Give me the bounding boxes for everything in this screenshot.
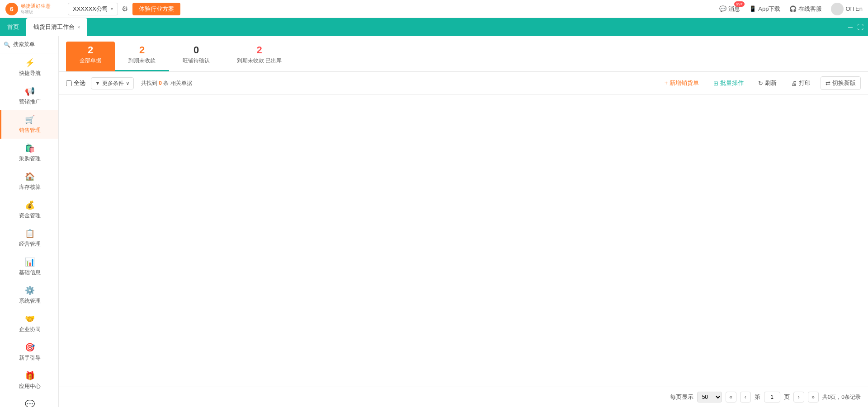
tab-work-station-label: 钱货日清工作台 [33,23,75,31]
basics-icon: 📊 [25,257,35,267]
sidebar-item-system[interactable]: ⚙️ 系统管理 [0,281,58,309]
username: OfTEn [845,5,863,12]
chevron-down-icon: ▾ [111,6,113,11]
company-selector[interactable]: XXXXXX公司 ▾ [68,3,118,15]
stat-label-all: 全部单据 [80,57,101,65]
tab-work-station[interactable]: 钱货日清工作台 × [26,18,87,36]
sidebar-item-label: 经营管理 [19,240,41,248]
tab-close-icon[interactable]: × [77,24,80,30]
sidebar-item-guide[interactable]: 🎯 新手引导 [0,338,58,366]
sidebar-item-cooperation[interactable]: 🤝 企业协同 [0,309,58,338]
page-first-button[interactable]: « [726,392,736,402]
filter-icon: ▼ [95,80,100,86]
sidebar-item-marketing[interactable]: 📢 营销推广 [0,82,58,110]
sidebar-item-finance[interactable]: 💰 资金管理 [0,196,58,224]
guide-icon: 🎯 [25,342,35,352]
purchase-icon: 🛍️ [25,143,35,153]
switch-version-label: 切换新版 [832,79,856,87]
finance-icon: 💰 [25,200,35,210]
filter-button[interactable]: ▼ 更多条件 ∨ [91,77,134,89]
stat-tab-overdue[interactable]: 2 到期未收款 [115,42,169,71]
switch-icon: ⇄ [826,80,830,87]
per-page-select[interactable]: 50 10 20 100 [697,392,722,402]
sidebar-search-label: 搜索菜单 [13,41,35,48]
sidebar-item-label: 快捷导航 [19,70,41,77]
table-area [59,95,868,387]
content-area: 2 全部单据 2 到期未收款 0 旺铺待确认 2 到期未收款 已出库 全选 [59,36,868,407]
select-all-label: 全选 [74,79,85,87]
main-layout: 🔍 搜索菜单 ⚡ 快捷导航 📢 营销推广 🛒 销售管理 🛍️ 采购管理 🏠 库存… [0,36,868,407]
found-text: 共找到 0 条 相关单据 [141,80,192,87]
tab-home[interactable]: 首页 [0,18,26,36]
stat-tab-unshipped[interactable]: 2 到期未收款 已出库 [223,42,295,71]
top-header: 6 畅捷通好生意 标准版 XXXXXX公司 ▾ ⚙ 体验行业方案 💬 消息 99… [0,0,868,18]
print-label: 打印 [799,79,811,87]
page-end-label: 页 [784,393,790,401]
avatar-area[interactable]: OfTEn [831,3,863,15]
refresh-icon: ↻ [758,80,763,87]
sidebar-item-label: 基础信息 [19,269,41,276]
stat-label-overdue: 到期未收款 [128,57,156,65]
page-last-button[interactable]: » [808,392,819,402]
sidebar-item-label: 应用中心 [19,383,41,390]
select-all-area[interactable]: 全选 [66,79,85,87]
message-icon: 💬 [719,5,726,12]
logo-area: 6 畅捷通好生意 标准版 [5,3,64,15]
sidebar-item-operations[interactable]: 📋 经营管理 [0,224,58,253]
page-input[interactable] [764,392,780,402]
sidebar-item-label: 企业协同 [19,326,41,333]
refresh-button[interactable]: ↻ 刷新 [754,77,781,89]
stat-tab-wangwang[interactable]: 0 旺铺待确认 [169,42,223,71]
batch-icon: ⊞ [713,80,718,87]
batch-ops-button[interactable]: ⊞ 批量操作 [709,77,748,89]
tab-bar: 首页 钱货日清工作台 × ─ ⛶ [0,18,868,36]
sidebar-item-sales[interactable]: 🛒 销售管理 [0,110,58,139]
sidebar-item-wechat[interactable]: 💬 企业微信 [0,395,58,407]
online-service-button[interactable]: 🎧 在线客服 [789,5,822,13]
pagination: 每页显示 50 10 20 100 « ‹ 第 页 › » 共0页，0条记录 [59,387,868,407]
sidebar-item-quick-nav[interactable]: ⚡ 快捷导航 [0,53,58,82]
sidebar-item-label: 销售管理 [19,126,41,134]
message-button[interactable]: 💬 消息 99+ [719,5,740,13]
experience-button[interactable]: 体验行业方案 [132,3,180,15]
sidebar-item-label: 采购管理 [19,155,41,163]
toolbar-right: + 新增销货单 ⊞ 批量操作 ↻ 刷新 🖨 打印 ⇄ 切换新版 [660,76,861,90]
app-download-icon: 📱 [749,5,756,12]
stat-label-wangwang: 旺铺待确认 [183,57,210,65]
stat-label-unshipped: 到期未收款 已出库 [237,57,282,65]
header-right: 💬 消息 99+ 📱 App下载 🎧 在线客服 OfTEn [719,3,863,15]
stat-tab-all[interactable]: 2 全部单据 [66,42,115,71]
add-sales-button[interactable]: + 新增销货单 [660,77,703,89]
page-next-button[interactable]: › [793,392,804,402]
sidebar-item-label: 系统管理 [19,297,41,305]
switch-version-button[interactable]: ⇄ 切换新版 [821,76,861,90]
sidebar-item-inventory[interactable]: 🏠 库存核算 [0,167,58,196]
sidebar-item-appstore[interactable]: 🎁 应用中心 [0,366,58,395]
app-download-button[interactable]: 📱 App下载 [749,5,780,13]
sidebar-item-basics[interactable]: 📊 基础信息 [0,253,58,281]
logo-text-area: 畅捷通好生意 标准版 [21,3,51,15]
tab-minimize-icon[interactable]: ─ [848,23,853,31]
inventory-icon: 🏠 [25,172,35,182]
per-page-label: 每页显示 [670,393,693,401]
tab-maximize-icon[interactable]: ⛶ [857,23,863,31]
tab-home-label: 首页 [7,23,19,31]
logo-icon: 6 [5,3,18,15]
page-prev-button[interactable]: ‹ [740,392,751,402]
print-button[interactable]: 🖨 打印 [787,77,815,89]
sidebar-item-label: 营销推广 [19,98,41,106]
stat-num-overdue: 2 [139,45,145,55]
message-badge: 99+ [734,1,745,7]
sidebar-item-purchase[interactable]: 🛍️ 采购管理 [0,139,58,167]
page-total-info: 共0页，0条记录 [822,393,861,401]
logo-sub: 标准版 [21,9,51,15]
found-count: 0 [159,80,162,86]
filter-label: 更多条件 [102,80,124,87]
sidebar-item-label: 新手引导 [19,354,41,362]
sidebar-search[interactable]: 🔍 搜索菜单 [0,36,58,53]
online-service-label: 在线客服 [798,5,822,13]
stat-num-wangwang: 0 [193,45,199,55]
page-label: 第 [755,393,760,401]
select-all-checkbox[interactable] [66,80,72,86]
settings-icon[interactable]: ⚙ [122,5,128,13]
